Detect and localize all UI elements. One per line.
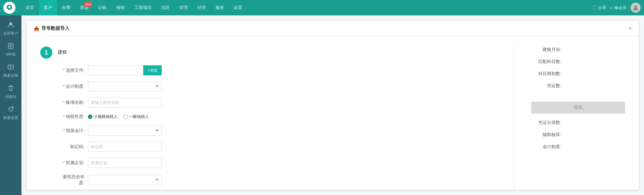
company-label: 所属企业: [58, 160, 85, 166]
file-input[interactable] [88, 65, 143, 75]
dialog-title: 📤 导爷数据导入 [34, 25, 69, 31]
tag-icon [7, 106, 14, 114]
nav-services[interactable]: 服务 [211, 0, 229, 15]
right-accounting-system-row: 会计制度: [531, 144, 625, 150]
nav-messages[interactable]: 消息 [156, 0, 175, 15]
assign-accountant-select[interactable] [88, 126, 162, 136]
aux-accounting-label: 辅助核算: [531, 132, 561, 138]
member-button[interactable]: ▷ 畅会员 [610, 5, 627, 11]
initial-subjects-row: 科目期初数: [531, 71, 625, 77]
sidebar-item-all-customers[interactable]: 全部客户 [0, 19, 21, 39]
svg-point-7 [12, 108, 13, 109]
logo[interactable] [3, 2, 15, 14]
nav-manage[interactable]: 管理 [175, 0, 193, 15]
fullscreen-button[interactable]: ⛶ 全屏 [593, 5, 606, 11]
step-badge: 1 [40, 47, 52, 59]
import-icon: 📤 [34, 26, 39, 31]
memo-input[interactable] [88, 142, 162, 152]
dialog-wrapper: 📤 导爷数据导入 × 1 建账 [27, 21, 639, 190]
nav-settings[interactable]: 设置 [229, 0, 247, 15]
form-fields: 选择文件: +浏览 会计制度: [58, 65, 497, 186]
sidebar: 全部客户 0申报 账套迁移 [0, 15, 21, 195]
build-month-row: 建账月份: [531, 47, 625, 53]
tax-type-label: 纳税性质: [58, 114, 85, 120]
ledger-name-row: 账簿名称: [58, 97, 497, 108]
ledger-name-label: 账簿名称: [58, 100, 85, 106]
main-content: 📤 导爷数据导入 × 1 建账 [21, 15, 644, 195]
match-subjects-row: 匹配科目数: [531, 59, 625, 65]
dialog-header: 📤 导爷数据导入 × [27, 21, 639, 37]
voucher-count-label: 凭证数: [531, 83, 561, 89]
user-icon [7, 21, 14, 30]
svg-point-0 [634, 5, 637, 8]
radio-general-input[interactable] [123, 115, 128, 119]
voucher-records-label: 凭证分录数: [531, 120, 561, 126]
aux-accounting-row: 辅助核算: [531, 132, 625, 138]
memo-row: 助记码: [58, 142, 497, 152]
tax-type-radio-group: 小规模纳税人 一般纳税人 [88, 114, 149, 120]
right-accounting-system-label: 会计制度: [531, 144, 561, 150]
sidebar-item-recycle[interactable]: 回收站 [0, 82, 21, 102]
sidebar-item-tag-settings[interactable]: 标签设置 [0, 103, 21, 123]
close-button[interactable]: × [628, 25, 632, 31]
file-input-group: +浏览 [88, 65, 162, 75]
radio-small-tax[interactable]: 小规模纳税人 [88, 114, 118, 120]
dialog-body: 1 建账 选择文件: +浏览 [27, 37, 639, 195]
vertical-divider [514, 47, 514, 192]
avatar[interactable] [631, 3, 641, 13]
initial-subjects-label: 科目期初数: [531, 71, 561, 77]
nav-bookkeeping[interactable]: 记账 [93, 0, 111, 15]
memo-label: 助记码: [58, 144, 85, 150]
voucher-records-row: 凭证分录数: [531, 120, 625, 126]
build-btn-wrapper: 建账 [531, 95, 625, 114]
voucher-count-row: 凭证数: [531, 83, 625, 89]
declaration-icon [7, 43, 14, 51]
file-row: 选择文件: +浏览 [58, 65, 497, 75]
ledger-name-input[interactable] [88, 97, 162, 108]
nav-customers[interactable]: 客户 [39, 0, 57, 15]
assign-accountant-row: 指派会计: [58, 126, 497, 136]
form-left: 1 建账 选择文件: +浏览 [40, 47, 497, 192]
new-badge: new [84, 2, 92, 7]
nav-home[interactable]: 首页 [21, 0, 39, 15]
company-input[interactable] [88, 158, 162, 168]
sidebar-item-account-migration[interactable]: 账套迁移 [0, 61, 21, 81]
account-system-label: 会计制度: [58, 83, 85, 89]
nav-right: ⛶ 全屏 ▷ 畅会员 [593, 3, 641, 13]
company-row: 所属企业: [58, 158, 497, 168]
form-right: 建账月份: 匹配科目数: 科目期初数: 凭证数: [531, 47, 625, 192]
history-year-select[interactable] [88, 175, 162, 185]
build-month-label: 建账月份: [531, 47, 561, 53]
top-nav: 首页 客户 收费 票据 new 记账 报税 工商项目 消息 管理 经营 服务 设… [0, 0, 644, 15]
file-label: 选择文件: [58, 67, 85, 73]
match-subjects-label: 匹配科目数: [531, 59, 561, 65]
form-container: 1 建账 选择文件: +浏览 [40, 47, 625, 192]
nav-invoices[interactable]: 票据 new [75, 0, 93, 15]
nav-business[interactable]: 工商项目 [130, 0, 156, 15]
history-year-row: 参照历史年度: [58, 174, 497, 186]
nav-tax[interactable]: 报税 [111, 0, 130, 15]
history-year-label: 参照历史年度: [58, 174, 85, 186]
layout: 全部客户 0申报 账套迁移 [0, 15, 644, 195]
step-section: 1 建账 [40, 47, 497, 59]
account-system-row: 会计制度: [58, 81, 497, 91]
trash-icon [7, 85, 14, 93]
radio-small-input[interactable] [88, 115, 92, 119]
nav-operations[interactable]: 经营 [193, 0, 211, 15]
account-system-select[interactable] [88, 81, 162, 91]
sidebar-item-zero-declaration[interactable]: 0申报 [0, 40, 21, 60]
assign-accountant-label: 指派会计: [58, 128, 85, 134]
build-account-button[interactable]: 建账 [531, 102, 625, 114]
nav-items: 首页 客户 收费 票据 new 记账 报税 工商项目 消息 管理 经营 服务 设… [21, 0, 593, 15]
step-label: 建账 [58, 47, 67, 55]
radio-general-tax[interactable]: 一般纳税人 [123, 114, 149, 120]
migration-icon [7, 64, 14, 72]
tax-type-row: 纳税性质: 小规模纳税人 一般纳税人 [58, 114, 497, 120]
nav-fees[interactable]: 收费 [57, 0, 75, 15]
browse-button[interactable]: +浏览 [143, 65, 162, 75]
